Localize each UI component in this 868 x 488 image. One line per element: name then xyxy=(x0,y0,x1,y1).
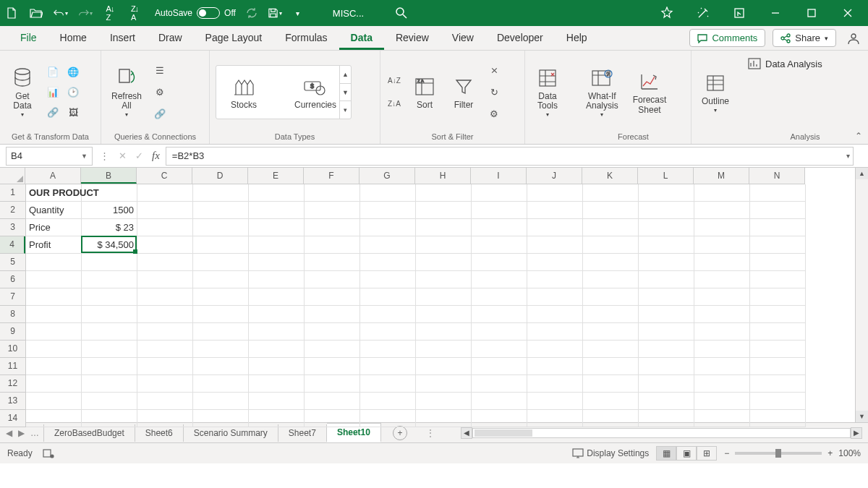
filter-button[interactable]: Filter xyxy=(447,73,480,111)
cell-B13[interactable] xyxy=(82,393,137,410)
sort-asc-icon[interactable]: A↓Z xyxy=(103,6,117,20)
cell-D11[interactable] xyxy=(193,358,249,375)
cell-E10[interactable] xyxy=(249,341,305,358)
tab-view[interactable]: View xyxy=(441,26,485,50)
page-layout-button[interactable]: ▣ xyxy=(676,446,697,461)
cell-J3[interactable] xyxy=(527,219,583,236)
cell-M7[interactable] xyxy=(694,288,750,306)
cell-I5[interactable] xyxy=(472,254,527,271)
cell-G12[interactable] xyxy=(360,375,416,393)
redo-icon[interactable]: ▾ xyxy=(78,6,93,20)
cell-A4[interactable]: Profit xyxy=(26,236,82,254)
ribbon-mode-icon[interactable] xyxy=(731,4,748,22)
sort-az-icon[interactable]: A↓Z xyxy=(386,73,402,89)
cell-L5[interactable] xyxy=(639,254,694,271)
cell-M10[interactable] xyxy=(694,341,750,358)
tab-formulas[interactable]: Formulas xyxy=(273,26,339,50)
row-header-7[interactable]: 7 xyxy=(0,288,25,306)
cell-I12[interactable] xyxy=(472,375,527,393)
cell-A7[interactable] xyxy=(26,288,82,306)
cell-N12[interactable] xyxy=(750,375,806,393)
cell-K8[interactable] xyxy=(583,306,639,323)
cell-L8[interactable] xyxy=(639,306,694,323)
row-header-11[interactable]: 11 xyxy=(0,358,25,375)
cell-H2[interactable] xyxy=(416,202,472,219)
cell-M11[interactable] xyxy=(694,358,750,375)
cell-I11[interactable] xyxy=(472,358,527,375)
macro-record-icon[interactable] xyxy=(43,448,54,458)
cell-C5[interactable] xyxy=(137,254,193,271)
row-header-6[interactable]: 6 xyxy=(0,271,25,288)
cell-F5[interactable] xyxy=(305,254,360,271)
cancel-formula-icon[interactable]: ✕ xyxy=(119,150,127,161)
cell-A9[interactable] xyxy=(26,323,82,341)
cell-C9[interactable] xyxy=(137,323,193,341)
cell-N9[interactable] xyxy=(750,323,806,341)
cell-C13[interactable] xyxy=(137,393,193,410)
collapse-ribbon-icon[interactable]: ⌃ xyxy=(855,131,862,141)
row-header-10[interactable]: 10 xyxy=(0,341,25,358)
cells-area[interactable]: OUR PRODUCTQuantity1500Price$ 23Profit$ … xyxy=(26,184,806,427)
row-header-4[interactable]: 4 xyxy=(0,236,25,254)
recent-sources-icon[interactable]: 🕑 xyxy=(65,85,81,100)
cell-H7[interactable] xyxy=(416,288,472,306)
minimize-button[interactable] xyxy=(767,4,784,22)
cell-A8[interactable] xyxy=(26,306,82,323)
cell-M8[interactable] xyxy=(694,306,750,323)
cell-J2[interactable] xyxy=(527,202,583,219)
cell-M13[interactable] xyxy=(694,393,750,410)
cell-H14[interactable] xyxy=(416,410,472,427)
cell-M6[interactable] xyxy=(694,271,750,288)
cell-C6[interactable] xyxy=(137,271,193,288)
cell-A14[interactable] xyxy=(26,410,82,427)
row-header-14[interactable]: 14 xyxy=(0,410,25,427)
cell-N5[interactable] xyxy=(750,254,806,271)
row-header-5[interactable]: 5 xyxy=(0,254,25,271)
cell-B11[interactable] xyxy=(82,358,137,375)
cell-H5[interactable] xyxy=(416,254,472,271)
zoom-in-button[interactable]: + xyxy=(827,448,833,458)
cell-G9[interactable] xyxy=(360,323,416,341)
cell-L11[interactable] xyxy=(639,358,694,375)
cell-C10[interactable] xyxy=(137,341,193,358)
cell-K13[interactable] xyxy=(583,393,639,410)
cell-L7[interactable] xyxy=(639,288,694,306)
cell-B9[interactable] xyxy=(82,323,137,341)
cell-I8[interactable] xyxy=(472,306,527,323)
cell-H6[interactable] xyxy=(416,271,472,288)
cell-B10[interactable] xyxy=(82,341,137,358)
gallery-up-icon[interactable]: ▲ xyxy=(340,66,351,84)
cell-H10[interactable] xyxy=(416,341,472,358)
cell-B12[interactable] xyxy=(82,375,137,393)
cell-I2[interactable] xyxy=(472,202,527,219)
clear-filter-icon[interactable]: ⨯ xyxy=(486,63,502,79)
cell-K9[interactable] xyxy=(583,323,639,341)
vertical-scrollbar[interactable]: ▲ ▼ xyxy=(855,168,868,422)
cell-E5[interactable] xyxy=(249,254,305,271)
cell-B7[interactable] xyxy=(82,288,137,306)
cell-F3[interactable] xyxy=(305,219,360,236)
from-text-icon[interactable]: 📄 xyxy=(45,64,61,80)
sheet-nav-next-icon[interactable]: ▶ xyxy=(18,428,25,438)
tab-help[interactable]: Help xyxy=(555,26,599,50)
col-header-E[interactable]: E xyxy=(248,168,304,184)
cell-K2[interactable] xyxy=(583,202,639,219)
cell-J5[interactable] xyxy=(527,254,583,271)
cell-C7[interactable] xyxy=(137,288,193,306)
cell-D2[interactable] xyxy=(193,202,249,219)
sync-icon[interactable] xyxy=(244,6,259,20)
sort-za-icon[interactable]: Z↓A xyxy=(386,96,402,112)
expand-formula-icon[interactable]: ▾ xyxy=(846,152,850,160)
cell-A10[interactable] xyxy=(26,341,82,358)
share-button[interactable]: Share ▾ xyxy=(773,29,836,47)
cell-I10[interactable] xyxy=(472,341,527,358)
cell-M3[interactable] xyxy=(694,219,750,236)
cell-F4[interactable] xyxy=(305,236,360,254)
cell-N6[interactable] xyxy=(750,271,806,288)
col-header-K[interactable]: K xyxy=(582,168,638,184)
cell-G3[interactable] xyxy=(360,219,416,236)
cell-N8[interactable] xyxy=(750,306,806,323)
cell-J7[interactable] xyxy=(527,288,583,306)
new-file-icon[interactable] xyxy=(4,6,19,20)
tab-data[interactable]: Data xyxy=(339,26,384,50)
